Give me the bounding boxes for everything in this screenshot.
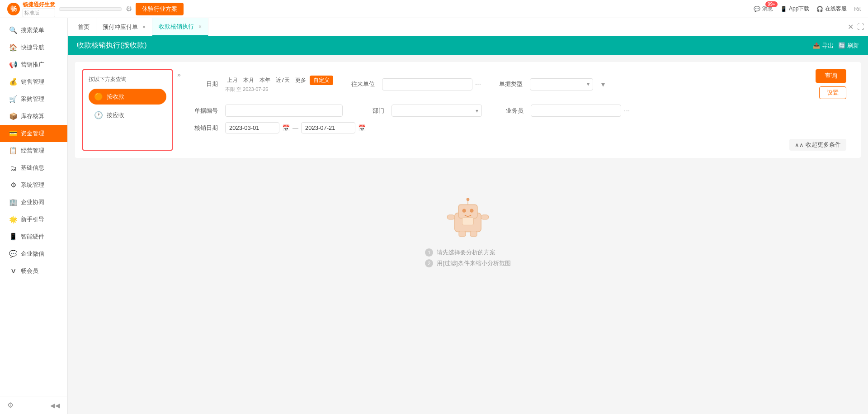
sidebar-item-purchase[interactable]: 🛒 采购管理 (0, 90, 67, 108)
voucher-type-more-icon[interactable]: ▾ (601, 80, 605, 89)
svg-rect-10 (462, 218, 474, 225)
sidebar-item-search-label: 搜索菜单 (21, 26, 44, 34)
export-button[interactable]: 📤 导出 (813, 42, 834, 50)
counterparty-more-icon[interactable]: ··· (475, 80, 481, 88)
writeoff-date-end[interactable] (301, 122, 355, 133)
empty-hints: 1 请先选择要分析的方案 2 用[过滤]条件来缩小分析范围 (425, 248, 510, 270)
date-btn-this-month[interactable]: 本月 (241, 76, 256, 85)
form-row-voucher: 单据编号 部门 业务员 ··· (193, 105, 846, 117)
date-btn-more[interactable]: 更多 (293, 76, 308, 85)
sidebar-item-hardware-label: 智能硬件 (21, 233, 44, 241)
service-label: 在线客服 (825, 5, 847, 13)
sidebar-item-hardware[interactable]: 📱 智能硬件 (0, 228, 67, 245)
sidebar-collapse-button[interactable]: » (175, 69, 184, 151)
content-area: 按以下方案查询 🟠 按收款 🕐 按应收 » (68, 55, 868, 414)
query-form: 日期 上月 本月 本年 近7天 更多 自定义 不限 至 2023-07-26 (185, 69, 854, 151)
staff-input[interactable] (531, 105, 621, 117)
app-download-button[interactable]: 📱 App下载 (780, 5, 809, 13)
online-service-button[interactable]: 🎧 在线客服 (816, 5, 847, 13)
tab-prepay-close[interactable]: × (142, 24, 146, 30)
refresh-button[interactable]: 🔄 刷新 (838, 42, 859, 50)
hint-num-1: 1 (425, 248, 433, 257)
sidebar-settings-icon[interactable]: ⚙ (7, 401, 14, 409)
tab-receipt-close[interactable]: × (198, 24, 202, 30)
hardware-icon: 📱 (9, 233, 17, 241)
sidebar-item-base-label: 基础信息 (21, 164, 44, 172)
filter-layout: 按以下方案查询 🟠 按收款 🕐 按应收 » (75, 62, 861, 158)
sidebar-item-search[interactable]: 🔍 搜索菜单 (0, 22, 67, 39)
sidebar-item-corp[interactable]: 🏢 企业协同 (0, 194, 67, 211)
sidebar-item-system[interactable]: ⚙ 系统管理 (0, 176, 67, 194)
date-btn-custom[interactable]: 自定义 (310, 76, 333, 85)
sidebar-item-member-label: 畅会员 (21, 267, 38, 275)
purchase-icon: 🛒 (9, 95, 17, 103)
tab-expand-icon[interactable]: ⛶ (857, 23, 864, 31)
message-button[interactable]: 💬 消息 99+ (754, 5, 773, 13)
date-btn-this-year[interactable]: 本年 (258, 76, 272, 85)
brand-name: 畅捷通好生意 (23, 1, 55, 9)
filter-option-receivable[interactable]: 🕐 按应收 (89, 107, 166, 123)
voucher-no-input[interactable] (225, 105, 343, 117)
dept-label: 部门 (359, 107, 384, 115)
svg-rect-8 (459, 231, 466, 237)
app-icon: 📱 (780, 6, 787, 12)
filter-option-receipt[interactable]: 🟠 按收款 (89, 89, 166, 105)
sidebar-item-sales[interactable]: 💰 销售管理 (0, 73, 67, 90)
collapse-chevron-icon: » (177, 71, 181, 78)
refresh-label: 刷新 (847, 42, 859, 50)
sidebar-item-ops[interactable]: 📋 经营管理 (0, 142, 67, 159)
corp-icon: 🏢 (9, 198, 17, 206)
wechat-icon: 💬 (9, 250, 17, 258)
sidebar-item-marketing[interactable]: 📢 营销推广 (0, 56, 67, 73)
system-icon: ⚙ (9, 181, 17, 189)
sidebar-item-capital[interactable]: 💳 资金管理 (0, 125, 67, 142)
sidebar-item-guide[interactable]: 🌟 新手引导 (0, 211, 67, 228)
tab-close-all-icon[interactable]: ✕ (848, 23, 854, 31)
staff-more-icon[interactable]: ··· (624, 107, 630, 115)
sidebar-item-wechat[interactable]: 💬 企业微信 (0, 245, 67, 262)
query-button[interactable]: 查询 (816, 69, 846, 83)
date-btn-7days[interactable]: 近7天 (274, 76, 292, 85)
date-btn-last-month[interactable]: 上月 (225, 76, 240, 85)
staff-input-wrap: ··· (531, 105, 630, 117)
sidebar-item-purchase-label: 采购管理 (21, 95, 44, 103)
tab-prepay[interactable]: 预付冲应付单 × (96, 18, 152, 36)
writeoff-date-end-icon[interactable]: 📅 (358, 124, 366, 132)
dept-select[interactable] (392, 105, 482, 117)
capital-icon: 💳 (9, 129, 17, 138)
sidebar-item-member[interactable]: Ⅴ 畅会员 (0, 262, 67, 280)
counterparty-input-wrap: ··· (382, 78, 481, 90)
gear-icon[interactable]: ⚙ (126, 5, 132, 13)
voucher-type-select-wrap[interactable] (530, 78, 593, 90)
sidebar-item-corp-label: 企业协同 (21, 198, 44, 206)
app-label: App下载 (789, 5, 809, 13)
setting-button[interactable]: 设置 (819, 86, 846, 99)
ops-icon: 📋 (9, 147, 17, 155)
tab-receipt[interactable]: 收款核销执行 × (152, 18, 208, 36)
filter-option-receivable-label: 按应收 (107, 111, 124, 119)
breadcrumb-input[interactable] (59, 7, 122, 11)
svg-rect-6 (447, 215, 455, 219)
writeoff-date-start[interactable] (225, 122, 279, 133)
date-quick-btns: 上月 本月 本年 近7天 更多 自定义 (225, 76, 333, 85)
writeoff-date-start-icon[interactable]: 📅 (282, 124, 290, 132)
logo-icon: 畅 (7, 3, 20, 15)
empty-state: 1 请先选择要分析的方案 2 用[过滤]条件来缩小分析范围 (75, 167, 861, 297)
voucher-no-label: 单据编号 (193, 107, 218, 115)
sidebar-collapse-icon[interactable]: ◀◀ (50, 402, 60, 409)
voucher-type-select[interactable] (530, 78, 593, 90)
sidebar-bottom: ⚙ ◀◀ (0, 396, 67, 414)
base-icon: 🗂 (9, 164, 17, 172)
sidebar-item-base[interactable]: 🗂 基础信息 (0, 159, 67, 176)
filter-sidebar-title: 按以下方案查询 (89, 76, 166, 83)
counterparty-input[interactable] (382, 78, 472, 90)
sidebar-item-quicknav[interactable]: 🏠 快捷导航 (0, 39, 67, 56)
date-sep: — (292, 124, 298, 131)
sidebar-item-inventory[interactable]: 📦 库存核算 (0, 108, 67, 125)
collapse-more-button[interactable]: ∧∧ 收起更多条件 (789, 139, 846, 151)
message-icon: 💬 (754, 6, 760, 12)
app-layout: 🔍 搜索菜单 🏠 快捷导航 📢 营销推广 💰 销售管理 🛒 采购管理 📦 (0, 18, 868, 414)
tab-home[interactable]: 首页 (71, 18, 96, 36)
collapse-up-icon: ∧∧ (795, 142, 804, 148)
industry-button[interactable]: 休验行业方案 (136, 3, 184, 15)
